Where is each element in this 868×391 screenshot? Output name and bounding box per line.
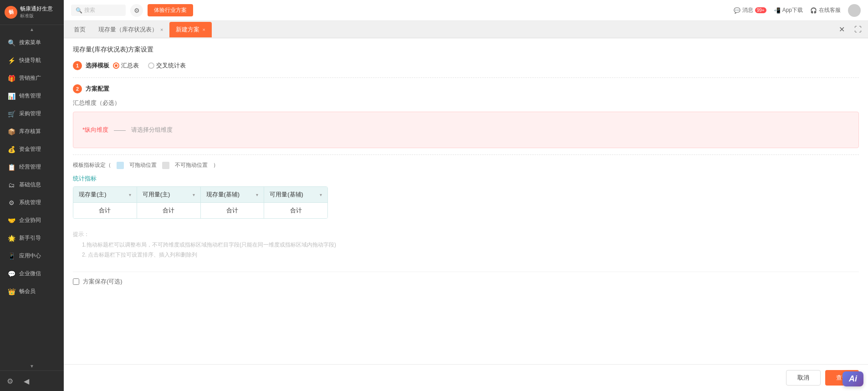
tab-new-plan-label: 新建方案 [176, 26, 199, 34]
step2-title: 方案配置 [86, 85, 109, 93]
topbar-search-icon: 🔍 [76, 7, 82, 14]
sidebar-logo: 畅 畅康通好生意 标准版 [0, 0, 64, 25]
tab-inventory[interactable]: 现存量（库存状况表） × [92, 22, 169, 37]
tabbar-expand-icon[interactable]: ⛶ [852, 23, 864, 36]
sidebar-item-label: 基础信息 [19, 181, 41, 189]
sidebar-item-purchase[interactable]: 🛒 采购管理 [2, 105, 62, 123]
enterprise-icon: 🤝 [7, 216, 15, 225]
wechat-icon: 💬 [7, 270, 15, 278]
dimension-arrow: —— [114, 127, 126, 134]
app-edition: 标准版 [20, 13, 53, 19]
dimension-area[interactable]: *纵向维度 —— 请选择分组维度 [73, 112, 859, 148]
radio-summary-table[interactable]: 汇总表 [113, 62, 139, 70]
app-download-icon: 📲 [774, 7, 781, 14]
sidebar-item-label: 新手引导 [19, 234, 41, 242]
sidebar-item-label: 搜索菜单 [19, 39, 41, 46]
tab-inventory-close[interactable]: × [160, 27, 163, 32]
app-download-label: App下载 [782, 6, 803, 14]
message-icon: 💬 [734, 7, 740, 14]
sidebar-item-label: 营销推广 [19, 74, 41, 82]
stats-table-row: 合计 合计 合计 合计 [73, 202, 327, 218]
sidebar-item-finance[interactable]: 💰 资金管理 [2, 141, 62, 158]
stats-col-2[interactable]: 现存量(基辅) ▾ [201, 187, 265, 202]
finance-icon: 💰 [7, 145, 15, 154]
sidebar-scroll-down[interactable]: ▼ [0, 362, 64, 370]
sidebar-scroll-up[interactable]: ▲ [0, 25, 64, 34]
dimension-required-label: *纵向维度 [82, 126, 108, 134]
save-option-label: 方案保存(可选) [83, 278, 123, 286]
topbar-settings-btn[interactable]: ⚙ [130, 4, 143, 17]
stats-col-3-chevron: ▾ [320, 192, 322, 197]
save-checkbox[interactable] [73, 278, 79, 285]
stats-col-0[interactable]: 现存量(主) ▾ [73, 187, 137, 202]
topbar: 🔍 搜索 ⚙ 体验行业方案 💬 消息 99+ 📲 App下载 🎧 在线客服 [64, 0, 868, 21]
tab-inventory-label: 现存量（库存状况表） [98, 26, 158, 34]
sidebar-item-system[interactable]: ⚙ 系统管理 [2, 194, 62, 211]
online-service-btn[interactable]: 🎧 在线客服 [810, 6, 841, 14]
stats-col-2-label: 现存量(基辅) [206, 190, 240, 199]
draggable-label: 可拖动位置 [129, 161, 157, 169]
tabbar-close-icon[interactable]: ✕ [835, 23, 848, 36]
sidebar-item-label: 经营管理 [19, 163, 41, 171]
settings-bottom-icon[interactable]: ⚙ [4, 375, 16, 387]
app-download-btn[interactable]: 📲 App下载 [774, 6, 803, 14]
sidebar-item-inventory[interactable]: 📦 库存核算 [2, 123, 62, 140]
sidebar-item-label: 应用中心 [19, 252, 41, 260]
basic-info-icon: 🗂 [7, 181, 15, 189]
tab-new-plan[interactable]: 新建方案 × [169, 22, 211, 37]
sidebar-item-marketing[interactable]: 🎁 营销推广 [2, 70, 62, 87]
sidebar-item-member[interactable]: 👑 畅会员 [2, 283, 62, 300]
non-draggable-label: 不可拖动位置 [175, 161, 208, 169]
collapse-icon[interactable]: ◀ [20, 375, 33, 387]
sidebar-item-app-center[interactable]: 📱 应用中心 [2, 247, 62, 265]
non-draggable-indicator-box [162, 162, 169, 169]
stats-col-1[interactable]: 可用量(主) ▾ [137, 187, 201, 202]
sidebar-item-basic-info[interactable]: 🗂 基础信息 [2, 176, 62, 194]
user-avatar[interactable] [848, 4, 861, 17]
stats-table-header: 现存量(主) ▾ 可用量(主) ▾ 现存量(基辅) ▾ 可用量(基辅) [73, 187, 327, 202]
online-service-label: 在线客服 [819, 6, 841, 14]
sidebar-item-wechat[interactable]: 💬 企业微信 [2, 265, 62, 283]
tabbar-right: ✕ ⛶ [835, 23, 864, 36]
tab-new-plan-close[interactable]: × [202, 27, 205, 32]
sidebar-item-operations[interactable]: 📋 经营管理 [2, 159, 62, 176]
sidebar-item-label: 企业协同 [19, 216, 41, 224]
topbar-search-box[interactable]: 🔍 搜索 [71, 5, 126, 16]
tabbar: 首页 现存量（库存状况表） × 新建方案 × ✕ ⛶ [64, 21, 868, 38]
sidebar-bottom: ⚙ ◀ [0, 370, 64, 391]
sales-icon: 📊 [7, 92, 15, 100]
stats-col-1-chevron: ▾ [193, 192, 195, 197]
sidebar-item-search[interactable]: 🔍 搜索菜单 [2, 34, 62, 51]
dimension-placeholder: *纵向维度 —— 请选择分组维度 [82, 126, 173, 134]
sidebar-item-quick-nav[interactable]: ⚡ 快捷导航 [2, 52, 62, 69]
message-btn[interactable]: 💬 消息 99+ [734, 6, 766, 14]
stats-col-3[interactable]: 可用量(基辅) ▾ [264, 187, 327, 202]
headphone-icon: 🎧 [810, 7, 817, 14]
sidebar-item-label: 畅会员 [19, 288, 36, 295]
sidebar-item-enterprise[interactable]: 🤝 企业协同 [2, 212, 62, 229]
tab-home[interactable]: 首页 [67, 22, 92, 37]
cancel-button[interactable]: 取消 [786, 370, 821, 386]
ai-badge[interactable]: Ai [842, 371, 863, 386]
search-icon: 🔍 [7, 39, 15, 47]
sidebar-item-sales[interactable]: 📊 销售管理 [2, 87, 62, 105]
radio-cross-dot [148, 62, 154, 69]
template-radio-group: 汇总表 交叉统计表 [113, 62, 186, 70]
stats-col-3-label: 可用量(基辅) [270, 190, 303, 199]
message-label: 消息 [742, 6, 753, 14]
message-badge: 99+ [755, 7, 766, 13]
step2-header: 2 方案配置 [73, 84, 859, 93]
sidebar-item-label: 资金管理 [19, 145, 41, 153]
footer: 取消 查询 [64, 364, 868, 391]
trial-button[interactable]: 体验行业方案 [148, 4, 193, 16]
template-indicator-label: 模板指标设定（ [73, 161, 111, 169]
indicator-close-paren: ） [213, 161, 219, 169]
topbar-right: 💬 消息 99+ 📲 App下载 🎧 在线客服 [734, 4, 861, 17]
stats-cell-1: 合计 [137, 203, 201, 218]
app-logo-icon: 畅 [5, 6, 17, 19]
stats-col-2-chevron: ▾ [256, 192, 258, 197]
sidebar-item-guide[interactable]: 🌟 新手引导 [2, 230, 62, 247]
radio-cross-table[interactable]: 交叉统计表 [148, 62, 186, 70]
app-name: 畅康通好生意 [20, 5, 53, 13]
page-title: 现存量(库存状况表)方案设置 [73, 46, 859, 54]
